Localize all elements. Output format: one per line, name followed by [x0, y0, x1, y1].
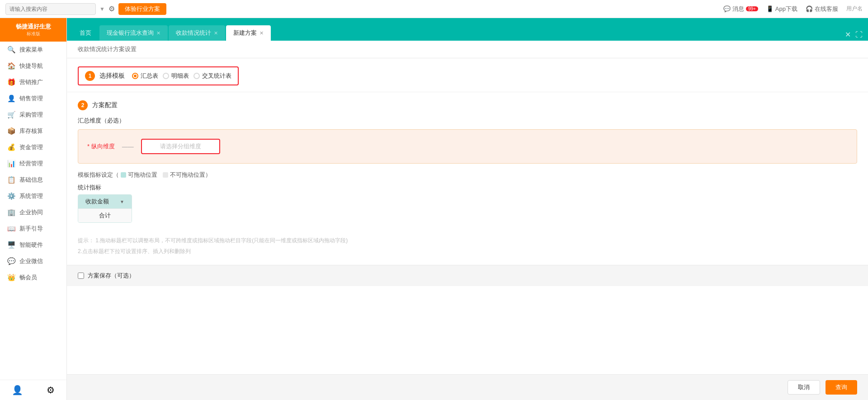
money-icon: 💰: [7, 143, 16, 151]
chevron-down-icon: ▼: [99, 6, 105, 12]
metrics-table-cell: 合计: [78, 208, 132, 222]
tab-expand-icon[interactable]: ⛶: [855, 31, 863, 39]
tab-collection-stats[interactable]: 收款情况统计 ✕: [169, 25, 225, 41]
sidebar-item-marketing[interactable]: 🎁 营销推广: [0, 74, 66, 90]
sidebar-item-wechat[interactable]: 💬 企业微信: [0, 253, 66, 269]
settings-bottom-icon[interactable]: ⚙: [47, 385, 55, 395]
dimension-area: * 纵向维度 —— 请选择分组维度: [78, 129, 857, 164]
dimension-title: 汇总维度（必选）: [78, 117, 857, 125]
query-button[interactable]: 查询: [826, 380, 857, 395]
tab-close-bank[interactable]: ✕: [156, 30, 160, 36]
tab-close-collection[interactable]: ✕: [214, 30, 218, 36]
sidebar-item-search-menu[interactable]: 🔍 搜索菜单: [0, 42, 66, 58]
sidebar-item-finance[interactable]: 💰 资金管理: [0, 139, 66, 155]
step1-title: 选择模板: [99, 72, 125, 80]
tab-bank-flow[interactable]: 现金银行流水查询 ✕: [99, 25, 168, 41]
save-section: 方案保存（可选）: [67, 265, 868, 286]
book-icon: 📖: [7, 225, 16, 233]
vertical-dim-label: * 纵向维度: [87, 142, 115, 151]
metrics-table: 收款金额 ▼ 合计: [78, 194, 132, 223]
metrics-section-title: 模板指标设定（: [78, 171, 119, 179]
legend-movable: 可拖动位置: [121, 171, 157, 179]
notification-badge: 99+: [746, 6, 758, 11]
user-name: 用户名: [846, 5, 863, 13]
headset-icon: 🎧: [806, 5, 813, 12]
step1-badge: 1: [85, 71, 95, 81]
sidebar-item-quick-nav[interactable]: 🏠 快捷导航: [0, 58, 66, 74]
app-download[interactable]: 📱 App下载: [766, 5, 797, 13]
radio-summary[interactable]: 汇总表: [132, 72, 158, 80]
tab-home[interactable]: 首页: [72, 25, 99, 41]
tab-new-plan[interactable]: 新建方案 ✕: [226, 25, 271, 41]
sidebar-item-purchase[interactable]: 🛒 采购管理: [0, 107, 66, 123]
dropdown-arrow-icon: ▼: [120, 199, 124, 204]
save-label: 方案保存（可选）: [88, 272, 135, 280]
legend-fixed: 不可拖动位置）: [163, 171, 211, 179]
box-icon: 📦: [7, 127, 16, 135]
tips-area: 提示： 1.拖动标题栏可以调整布局，不可跨维度或指标区域拖动栏目字段(只能在同一…: [78, 228, 857, 260]
sidebar-item-basic-info[interactable]: 📋 基础信息: [0, 172, 66, 188]
radio-cross[interactable]: 交叉统计表: [193, 72, 231, 80]
user-avatar[interactable]: 👤: [12, 385, 23, 395]
building-icon: 🏢: [7, 208, 16, 216]
gear-icon[interactable]: ⚙: [108, 5, 115, 13]
step2-badge: 2: [78, 100, 88, 110]
mobile-icon: 📱: [766, 5, 774, 12]
sidebar-logo: 畅捷通好生意 标准版: [0, 18, 66, 42]
step2-title: 方案配置: [92, 101, 118, 109]
sidebar-item-operations[interactable]: 📊 经营管理: [0, 155, 66, 172]
radio-detail[interactable]: 明细表: [163, 72, 189, 80]
settings-icon: ⚙️: [7, 192, 16, 200]
chat-icon: 💬: [7, 257, 16, 265]
message-icon: 💬: [723, 5, 731, 12]
cancel-button[interactable]: 取消: [788, 380, 820, 395]
industry-btn[interactable]: 体验行业方案: [118, 3, 166, 15]
sidebar-item-inventory[interactable]: 📦 库存核算: [0, 123, 66, 139]
sidebar-item-sales[interactable]: 👤 销售管理: [0, 90, 66, 107]
sidebar-item-guide[interactable]: 📖 新手引导: [0, 221, 66, 237]
dim-select-box[interactable]: 请选择分组维度: [141, 139, 220, 154]
sidebar-item-hardware[interactable]: 🖥️ 智能硬件: [0, 237, 66, 253]
crown-icon: 👑: [7, 273, 16, 282]
gift-icon: 🎁: [7, 78, 16, 86]
clipboard-icon: 📋: [7, 176, 16, 184]
chart-icon: 📊: [7, 160, 16, 168]
notifications[interactable]: 💬 消息 99+: [723, 5, 758, 13]
metrics-table-header[interactable]: 收款金额 ▼: [78, 195, 132, 208]
online-support[interactable]: 🎧 在线客服: [806, 5, 838, 13]
cart-icon: 🛒: [7, 111, 16, 119]
search-icon: 🔍: [7, 46, 16, 54]
metrics-group-label: 统计指标: [78, 184, 857, 192]
person-icon: 👤: [7, 94, 16, 103]
sidebar-item-system[interactable]: ⚙️ 系统管理: [0, 188, 66, 204]
search-input[interactable]: [5, 3, 96, 15]
tab-close-window[interactable]: ✕: [845, 30, 851, 39]
sidebar-item-member[interactable]: 👑 畅会员: [0, 269, 66, 286]
sidebar-item-enterprise[interactable]: 🏢 企业协同: [0, 204, 66, 221]
page-header: 收款情况统计方案设置: [67, 41, 868, 58]
monitor-icon: 🖥️: [7, 241, 16, 249]
save-checkbox[interactable]: [78, 273, 84, 279]
dim-arrow: ——: [122, 143, 134, 150]
page-footer: 取消 查询: [67, 374, 868, 400]
tab-close-new-plan[interactable]: ✕: [259, 30, 264, 36]
home-icon: 🏠: [7, 62, 16, 70]
